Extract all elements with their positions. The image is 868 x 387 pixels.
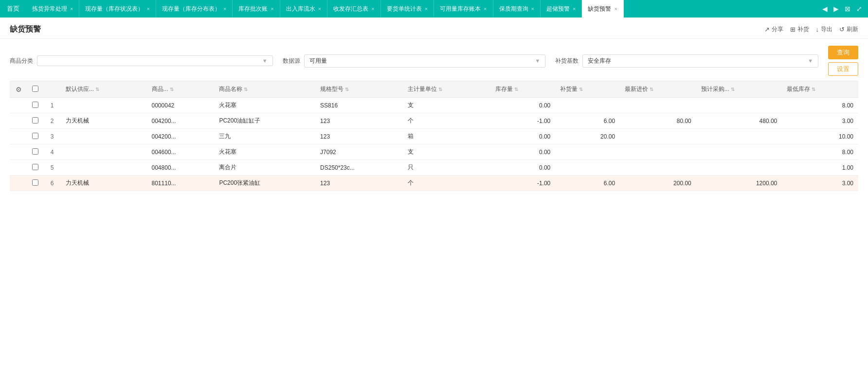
- query-button[interactable]: 查询: [828, 46, 858, 59]
- category-select[interactable]: ▼: [37, 55, 273, 66]
- close-tab-11[interactable]: ×: [614, 6, 617, 12]
- replenish-base-select[interactable]: 安全库存 ▼: [582, 54, 818, 68]
- share-label: 分享: [772, 25, 783, 34]
- row-num-cell: 4: [43, 144, 61, 160]
- col-rownum: [43, 81, 61, 98]
- share-icon: ↗: [764, 26, 770, 33]
- header-actions: ↗ 分享 ⊞ 补货 ↓ 导出 ↺ 刷新: [764, 25, 859, 34]
- row-estimated-purchase-cell: [696, 144, 782, 160]
- sort-latest-price-icon[interactable]: ⇅: [650, 87, 653, 92]
- row-estimated-purchase-cell: 1200.00: [696, 176, 782, 191]
- filter-group-replenish-base: 补货基数 安全库存 ▼: [555, 54, 818, 68]
- row-checkbox-4[interactable]: [32, 164, 38, 170]
- row-product-name-cell: 火花塞: [214, 98, 315, 113]
- row-supplier-cell: [61, 144, 147, 160]
- row-product-code-cell: 0000042: [147, 98, 215, 113]
- close-tab-5[interactable]: ×: [318, 6, 321, 12]
- row-replenish-cell: [555, 160, 620, 176]
- row-estimated-purchase-cell: [696, 98, 782, 113]
- col-replenish: 补货量 ⇅: [555, 81, 620, 98]
- row-supplier-cell: [61, 160, 147, 176]
- datasource-select[interactable]: 可用量 ▼: [304, 54, 546, 68]
- tab-inventory-status[interactable]: 现存量（库存状况表） ×: [79, 0, 156, 18]
- sort-product-code-icon[interactable]: ⇅: [170, 87, 174, 92]
- export-icon: ↓: [816, 26, 819, 33]
- row-stock-cell: 0.00: [490, 98, 555, 113]
- tab-overstock-warning[interactable]: 超储预警 ×: [541, 0, 582, 18]
- row-checkbox-3[interactable]: [32, 148, 38, 155]
- select-all-checkbox[interactable]: [32, 86, 38, 92]
- table-body: 1 0000042 火花塞 SS816 支 0.00 8.00 2 力天机械 0…: [10, 98, 858, 191]
- tab-shortage-warning[interactable]: 缺货预警 ×: [582, 0, 623, 18]
- page-title: 缺货预警: [10, 24, 41, 35]
- nav-controls: ◀ ▶ ⊠ ⤢: [816, 4, 868, 14]
- sort-supplier-icon[interactable]: ⇅: [95, 87, 99, 92]
- col-product-name: 商品名称 ⇅: [214, 81, 315, 98]
- tab-batch-account[interactable]: 库存批次账 ×: [233, 0, 280, 18]
- row-stock-cell: 0.00: [490, 144, 555, 160]
- row-settings-cell: [10, 113, 27, 129]
- replenish-icon: ⊞: [790, 26, 796, 33]
- export-action[interactable]: ↓ 导出: [816, 25, 833, 34]
- close-tab-8[interactable]: ×: [484, 6, 487, 12]
- tab-available-ledger[interactable]: 可用量库存账本 ×: [434, 0, 493, 18]
- row-min-stock-cell: 8.00: [782, 144, 858, 160]
- close-tab-3[interactable]: ×: [223, 6, 226, 12]
- replenish-base-label: 补货基数: [555, 57, 579, 65]
- nav-expand-btn[interactable]: ⊠: [842, 4, 853, 14]
- sort-product-name-icon[interactable]: ⇅: [244, 87, 248, 92]
- close-tab-6[interactable]: ×: [371, 6, 374, 12]
- replenish-action[interactable]: ⊞ 补货: [790, 25, 809, 34]
- row-checkbox-1[interactable]: [32, 117, 38, 123]
- nav-fullscreen-btn[interactable]: ⤢: [853, 4, 865, 14]
- row-unit-cell: 支: [403, 98, 490, 113]
- row-product-code-cell: 004200...: [147, 113, 215, 129]
- close-tab-1[interactable]: ×: [70, 6, 73, 12]
- close-tab-10[interactable]: ×: [573, 6, 576, 12]
- tab-quality-query[interactable]: 保质期查询 ×: [493, 0, 541, 18]
- datasource-arrow-icon: ▼: [535, 58, 540, 64]
- sort-spec-icon[interactable]: ⇅: [345, 87, 349, 92]
- tab-pick-exception[interactable]: 拣货异常处理 ×: [26, 0, 79, 18]
- tab-order-stats[interactable]: 要货单统计表 ×: [381, 0, 434, 18]
- table-row: 1 0000042 火花塞 SS816 支 0.00 8.00: [10, 98, 858, 113]
- row-supplier-cell: 力天机械: [61, 176, 147, 191]
- close-tab-7[interactable]: ×: [425, 6, 428, 12]
- sort-unit-icon[interactable]: ⇅: [438, 87, 442, 92]
- sort-replenish-icon[interactable]: ⇅: [579, 87, 583, 92]
- tab-summary[interactable]: 收发存汇总表 ×: [327, 0, 380, 18]
- refresh-action[interactable]: ↺ 刷新: [839, 25, 858, 34]
- row-checkbox-5[interactable]: [32, 179, 38, 186]
- tab-inout-flow[interactable]: 出入库流水 ×: [280, 0, 327, 18]
- gear-icon[interactable]: ⚙: [16, 86, 22, 93]
- row-product-name-cell: 火花塞: [214, 144, 315, 160]
- close-tab-4[interactable]: ×: [271, 6, 273, 12]
- close-tab-9[interactable]: ×: [531, 6, 534, 12]
- col-supplier-label: 默认供应...: [66, 85, 94, 93]
- share-action[interactable]: ↗ 分享: [764, 25, 783, 34]
- row-checkbox-2[interactable]: [32, 133, 38, 139]
- table-row: 3 004200... 三九 123 箱 0.00 20.00 10.00: [10, 129, 858, 144]
- row-supplier-cell: [61, 98, 147, 113]
- nav-prev-btn[interactable]: ◀: [819, 4, 831, 14]
- row-replenish-cell: 6.00: [555, 176, 620, 191]
- sort-stock-icon[interactable]: ⇅: [514, 87, 518, 92]
- col-min-stock-label: 最低库存: [787, 85, 810, 93]
- col-stock-label: 库存量: [495, 85, 513, 93]
- settings-button[interactable]: 设置: [828, 62, 858, 76]
- sort-min-stock-icon[interactable]: ⇅: [812, 87, 815, 92]
- row-stock-cell: 0.00: [490, 160, 555, 176]
- close-tab-2[interactable]: ×: [146, 6, 149, 12]
- nav-next-btn[interactable]: ▶: [831, 4, 842, 14]
- row-checkbox-cell: [27, 129, 43, 144]
- row-settings-cell: [10, 129, 27, 144]
- sort-estimated-purchase-icon[interactable]: ⇅: [731, 87, 735, 92]
- row-replenish-cell: 20.00: [555, 129, 620, 144]
- row-checkbox-0[interactable]: [32, 102, 38, 108]
- col-latest-price-label: 最新进价: [625, 85, 648, 93]
- tab-inventory-dist[interactable]: 现存量（库存分布表） ×: [156, 0, 233, 18]
- row-unit-cell: 个: [403, 113, 490, 129]
- tab-home[interactable]: 首页: [0, 0, 26, 18]
- row-settings-cell: [10, 98, 27, 113]
- replenish-base-arrow-icon: ▼: [808, 58, 813, 64]
